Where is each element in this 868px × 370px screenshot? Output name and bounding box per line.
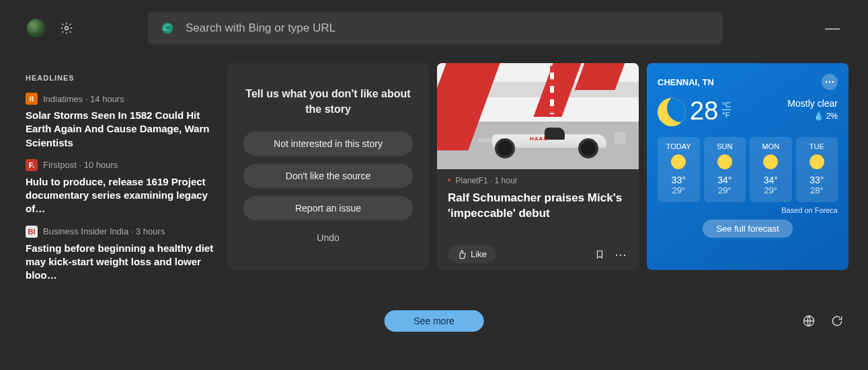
forecast-day[interactable]: TODAY 33° 29° — [658, 137, 700, 202]
headline-title: Solar Storms Seen In 1582 Could Hit Eart… — [26, 109, 216, 150]
day-label: TODAY — [666, 142, 691, 150]
more-icon[interactable]: ⋯ — [615, 247, 628, 262]
search-input[interactable]: Search with Bing or type URL — [148, 12, 723, 44]
headlines-card: HEADLINES it Indiatimes · 14 hours Solar… — [19, 63, 219, 270]
article-image: HAAS — [437, 63, 639, 169]
day-label: TUE — [810, 142, 824, 150]
edge-icon — [160, 21, 175, 36]
weather-more-icon[interactable]: ⋯ — [822, 74, 838, 90]
headline-item[interactable]: it Indiatimes · 14 hours Solar Storms Se… — [26, 93, 216, 150]
weather-attribution: Based on Foreca — [658, 206, 838, 214]
gear-icon[interactable] — [59, 21, 74, 36]
headline-title: Fasting before beginning a healthy diet … — [26, 242, 216, 283]
source-dot-icon: • — [448, 176, 450, 185]
weather-location: CHENNAI, TN — [658, 77, 714, 87]
minimize-button[interactable]: — — [825, 19, 840, 37]
headline-item[interactable]: BI Business Insider India · 3 hours Fast… — [26, 226, 216, 283]
weather-temp: 28 — [690, 98, 718, 124]
forecast-days: TODAY 33° 29° SUN 34° 29° MON 34° 29° TU… — [658, 137, 838, 202]
thumbs-up-icon — [457, 250, 467, 259]
day-hi: 34° — [764, 175, 778, 185]
day-label: MON — [762, 142, 779, 150]
refresh-icon[interactable] — [830, 314, 844, 330]
headlines-title: HEADLINES — [26, 74, 216, 82]
sun-icon — [717, 154, 732, 169]
headline-item[interactable]: F. Firstpost · 10 hours Hulu to produce,… — [26, 159, 216, 216]
svg-point-0 — [65, 27, 69, 30]
day-hi: 34° — [717, 175, 732, 185]
undo-link[interactable]: Undo — [239, 232, 417, 243]
feedback-card: Tell us what you don't like about the st… — [227, 63, 429, 270]
article-source: PlanetF1 — [456, 176, 488, 185]
moon-icon — [658, 98, 686, 126]
day-lo: 29° — [672, 185, 685, 195]
headline-source: Firstpost — [43, 160, 77, 170]
see-more-button[interactable]: See more — [384, 310, 484, 332]
unit-toggle[interactable]: °C °F — [722, 101, 730, 119]
headline-ago: 14 hours — [90, 94, 124, 104]
weather-condition: Mostly clear — [787, 98, 838, 109]
forecast-day[interactable]: TUE 33° 28° — [796, 137, 838, 202]
dont-like-source-button[interactable]: Don't like the source — [243, 164, 413, 188]
avatar[interactable] — [27, 19, 46, 38]
search-placeholder: Search with Bing or type URL — [186, 21, 336, 35]
see-forecast-button[interactable]: See full forecast — [703, 220, 792, 238]
translate-icon[interactable] — [802, 314, 816, 330]
sun-icon — [810, 154, 824, 169]
headline-source: Business Insider India — [43, 226, 128, 236]
unit-c[interactable]: °C — [722, 101, 730, 110]
feedback-title: Tell us what you don't like about the st… — [239, 86, 417, 117]
forecast-day[interactable]: MON 34° 29° — [750, 137, 792, 202]
weather-card: CHENNAI, TN ⋯ 28 °C °F Mostly clear 💧2% … — [647, 63, 849, 270]
source-logo-icon: BI — [26, 226, 38, 238]
like-button[interactable]: Like — [448, 245, 496, 263]
forecast-day[interactable]: SUN 34° 29° — [704, 137, 746, 202]
headline-title: Hulu to produce, release 1619 Project do… — [26, 175, 216, 216]
day-lo: 29° — [718, 185, 732, 195]
day-hi: 33° — [810, 175, 824, 185]
bookmark-icon[interactable] — [593, 249, 606, 260]
day-lo: 29° — [764, 185, 777, 195]
source-logo-icon: F. — [26, 159, 38, 171]
source-logo-icon: it — [26, 93, 38, 105]
article-title: Ralf Schumacher praises Mick's 'impeccab… — [448, 191, 628, 222]
headline-ago: 3 hours — [136, 226, 165, 236]
droplet-icon: 💧 — [814, 111, 824, 121]
sun-icon — [763, 154, 778, 169]
day-lo: 28° — [810, 185, 824, 195]
report-issue-button[interactable]: Report an issue — [243, 196, 413, 220]
day-label: SUN — [717, 142, 732, 150]
like-label: Like — [471, 249, 487, 259]
article-card[interactable]: HAAS • PlanetF1 · 1 hour Ralf Schumacher… — [437, 63, 639, 270]
sun-icon — [671, 154, 686, 169]
weather-precip: 2% — [826, 111, 838, 121]
headline-source: Indiatimes — [43, 94, 83, 104]
day-hi: 33° — [672, 175, 686, 185]
article-ago: 1 hour — [495, 176, 518, 185]
unit-f[interactable]: °F — [722, 111, 730, 119]
not-interested-button[interactable]: Not interested in this story — [243, 132, 413, 156]
headline-ago: 10 hours — [84, 160, 118, 170]
